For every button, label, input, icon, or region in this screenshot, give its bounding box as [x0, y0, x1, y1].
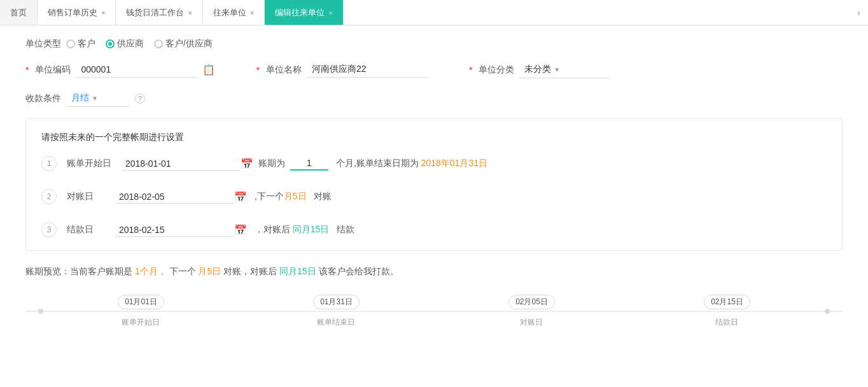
- radio-both-label: 客户/供应商: [165, 38, 213, 50]
- step-highlight-2: 月5日: [284, 191, 307, 202]
- unit-info-row: * 单位编码 📋 * 单位名称 * 单位分类 未分类 ▼: [25, 61, 843, 78]
- radio-customer-circle: [66, 39, 75, 48]
- payment-terms-value: 月结: [71, 92, 89, 104]
- step-date-2[interactable]: [115, 190, 234, 204]
- unit-name-star: *: [256, 65, 259, 75]
- timeline: 01月01日 账单开始日 01月31日 账单结束日 02月05日 对账日 02月…: [25, 295, 843, 328]
- step-num-1: 1: [41, 156, 57, 171]
- timeline-node-label-4: 结款日: [715, 317, 738, 328]
- unit-name-input[interactable]: [307, 62, 428, 78]
- preview-text: 账期预览：当前客户账期是 1个月， 下一个 月5日 对账，对账后 同月15日 该…: [25, 264, 843, 279]
- tab-edit-counterpart-close[interactable]: ×: [328, 9, 332, 17]
- tab-more-button[interactable]: ›: [850, 0, 868, 25]
- unit-name-field: * 单位名称: [256, 62, 428, 78]
- chevron-down-icon: ▼: [554, 66, 560, 73]
- timeline-node-1: 01月01日 账单开始日: [118, 295, 164, 328]
- step-prefix-2: ,下一个: [252, 191, 284, 202]
- step-row-1: 1 账单开始日 📅 账期为 个月,账单结束日期为 2018年01月31日: [41, 156, 827, 171]
- preview-period: 1个月，: [135, 266, 167, 276]
- timeline-badge-2: 01月31日: [313, 295, 360, 309]
- payment-terms-chevron: ▼: [92, 95, 98, 102]
- tab-counterparts-close[interactable]: ×: [250, 9, 254, 17]
- payment-terms-field: 收款条件 月结 ▼ ?: [25, 90, 145, 107]
- preview-reconcile-suffix: 对账，对账后: [223, 266, 277, 276]
- unit-name-label: 单位名称: [266, 64, 302, 76]
- radio-customer[interactable]: 客户: [66, 38, 95, 50]
- unit-type-radio-group: 客户 供应商 客户/供应商: [66, 38, 213, 50]
- radio-supplier[interactable]: 供应商: [106, 38, 144, 50]
- settings-box: 请按照未来的一个完整帐期进行设置 1 账单开始日 📅 账期为 个月,账单结束日期…: [25, 118, 843, 251]
- preview-middle: 下一个: [169, 266, 196, 276]
- unit-code-field: * 单位编码 📋: [25, 62, 215, 78]
- tab-sales-history[interactable]: 销售订单历史 ×: [38, 0, 116, 25]
- help-icon[interactable]: ?: [135, 94, 145, 104]
- radio-supplier-circle: [106, 39, 115, 48]
- radio-customer-label: 客户: [78, 38, 95, 50]
- calendar-icon-2[interactable]: 📅: [234, 191, 247, 203]
- preview-payment: 同月15日: [279, 266, 316, 276]
- step-suffix-3: 结款: [334, 224, 354, 236]
- unit-category-label: 单位分类: [479, 64, 514, 76]
- step-suffix-after-1: 个月,账单结束日期为: [333, 158, 421, 169]
- unit-type-label: 单位类型: [25, 38, 61, 50]
- unit-code-label: 单位编码: [35, 64, 71, 76]
- timeline-node-label-1: 账单开始日: [122, 317, 160, 328]
- timeline-node-2: 01月31日 账单结束日: [313, 295, 360, 328]
- settings-title: 请按照未来的一个完整帐期进行设置: [41, 132, 827, 143]
- step-suffix-2: 对账: [312, 191, 332, 202]
- tab-sales-history-label: 销售订单历史: [48, 7, 97, 18]
- unit-category-select[interactable]: 未分类 ▼: [519, 61, 608, 78]
- unit-category-value: 未分类: [524, 64, 551, 75]
- radio-both[interactable]: 客户/供应商: [154, 38, 213, 50]
- calendar-icon-1[interactable]: 📅: [241, 158, 253, 170]
- payment-terms-label: 收款条件: [25, 93, 61, 104]
- timeline-node-3: 02月05日 对账日: [508, 295, 555, 328]
- tab-counterparts-label: 往来单位: [213, 7, 246, 18]
- payment-terms-row: 收款条件 月结 ▼ ?: [25, 90, 843, 107]
- tab-cash-work-label: 钱货日清工作台: [126, 7, 184, 18]
- tab-home-label: 首页: [10, 7, 27, 18]
- step-num-2: 2: [41, 189, 57, 204]
- timeline-node-label-2: 账单结束日: [317, 317, 355, 328]
- timeline-node-label-3: 对账日: [520, 317, 543, 328]
- step-num-3: 3: [41, 222, 57, 237]
- tab-cash-work-close[interactable]: ×: [188, 9, 192, 17]
- period-input[interactable]: [290, 157, 328, 171]
- timeline-badge-4: 02月15日: [704, 295, 750, 309]
- step-highlight-3: 同月15日: [293, 224, 330, 236]
- unit-type-row: 单位类型 客户 供应商 客户/供应商: [25, 38, 843, 50]
- timeline-badge-1: 01月01日: [118, 295, 164, 309]
- timeline-nodes: 01月01日 账单开始日 01月31日 账单结束日 02月05日 对账日 02月…: [43, 295, 825, 328]
- unit-code-star: *: [25, 65, 29, 75]
- radio-both-circle: [154, 39, 163, 48]
- copy-icon[interactable]: 📋: [202, 64, 215, 76]
- timeline-dot-right: [825, 309, 830, 314]
- unit-category-field: * 单位分类 未分类 ▼: [469, 61, 608, 78]
- tab-edit-counterpart-label: 编辑往来单位: [275, 7, 325, 18]
- step-suffix-before-1: 账期为: [258, 158, 285, 169]
- step-date-3[interactable]: [115, 223, 234, 237]
- unit-code-input[interactable]: [76, 62, 197, 78]
- step-date-1[interactable]: [122, 157, 241, 171]
- page-content: 单位类型 客户 供应商 客户/供应商 * 单位编码: [0, 25, 868, 387]
- preview-suffix: 该客户会给我打款。: [319, 266, 399, 276]
- unit-type-field: 单位类型 客户 供应商 客户/供应商: [25, 38, 213, 50]
- step-prefix-3: ，对账后: [252, 224, 293, 236]
- step-label-1: 账单开始日: [67, 158, 111, 169]
- tab-sales-history-close[interactable]: ×: [101, 9, 105, 17]
- timeline-node-4: 02月15日 结款日: [704, 295, 750, 328]
- radio-supplier-label: 供应商: [117, 38, 144, 50]
- calendar-icon-3[interactable]: 📅: [234, 224, 247, 236]
- step-label-2: 对账日: [67, 191, 105, 202]
- unit-category-star: *: [469, 65, 472, 75]
- tab-cash-work[interactable]: 钱货日清工作台 ×: [116, 0, 202, 25]
- timeline-dot-left: [38, 309, 43, 314]
- tab-counterparts[interactable]: 往来单位 ×: [203, 0, 265, 25]
- tab-edit-counterpart[interactable]: 编辑往来单位 ×: [265, 0, 343, 25]
- payment-terms-select[interactable]: 月结 ▼: [66, 90, 130, 107]
- tab-home[interactable]: 首页: [0, 0, 38, 25]
- tab-bar: 首页 销售订单历史 × 钱货日清工作台 × 往来单位 × 编辑往来单位 × ›: [0, 0, 868, 25]
- end-date-highlight: 2018年01月31日: [421, 158, 487, 169]
- preview-prefix: 账期预览：当前客户账期是: [25, 266, 132, 276]
- preview-reconcile: 月5日: [198, 266, 221, 276]
